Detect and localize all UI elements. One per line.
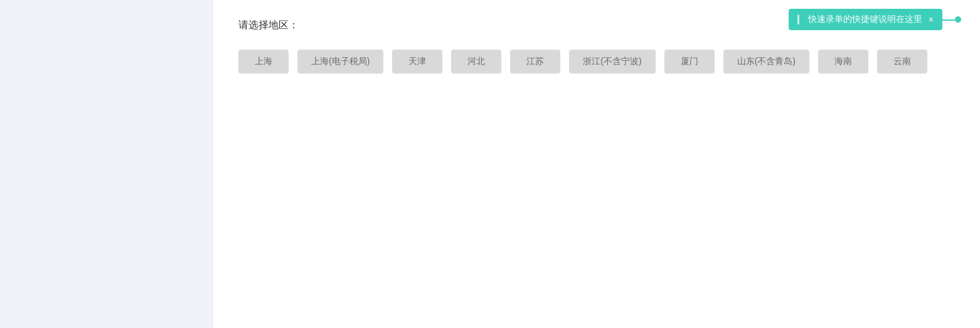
region-button-1[interactable]: 上海(电子税局) xyxy=(297,50,383,74)
sidebar xyxy=(0,0,213,328)
region-button-2[interactable]: 天津 xyxy=(392,50,442,74)
region-button-7[interactable]: 山东(不含青岛) xyxy=(723,50,809,74)
region-button-5[interactable]: 浙江(不含宁波) xyxy=(569,50,655,74)
tooltip-text: 快速录单的快捷键说明在这里 xyxy=(808,14,922,25)
region-button-9[interactable]: 云南 xyxy=(877,50,927,74)
region-button-0[interactable]: 上海 xyxy=(238,50,289,74)
tooltip-banner: 快速录单的快捷键说明在这里 × xyxy=(789,9,942,30)
region-button-3[interactable]: 河北 xyxy=(451,50,501,74)
tooltip-line xyxy=(941,19,955,21)
tooltip-close-button[interactable]: × xyxy=(929,15,934,24)
region-button-4[interactable]: 江苏 xyxy=(510,50,560,74)
tooltip-dot xyxy=(955,16,961,23)
region-button-6[interactable]: 厦门 xyxy=(664,50,715,74)
region-button-8[interactable]: 海南 xyxy=(818,50,868,74)
region-button-group: 上海上海(电子税局)天津河北江苏浙江(不含宁波)厦门山东(不含青岛)海南云南 xyxy=(238,50,955,74)
main-content: 请选择地区： 上海上海(电子税局)天津河北江苏浙江(不含宁波)厦门山东(不含青岛… xyxy=(213,0,980,328)
